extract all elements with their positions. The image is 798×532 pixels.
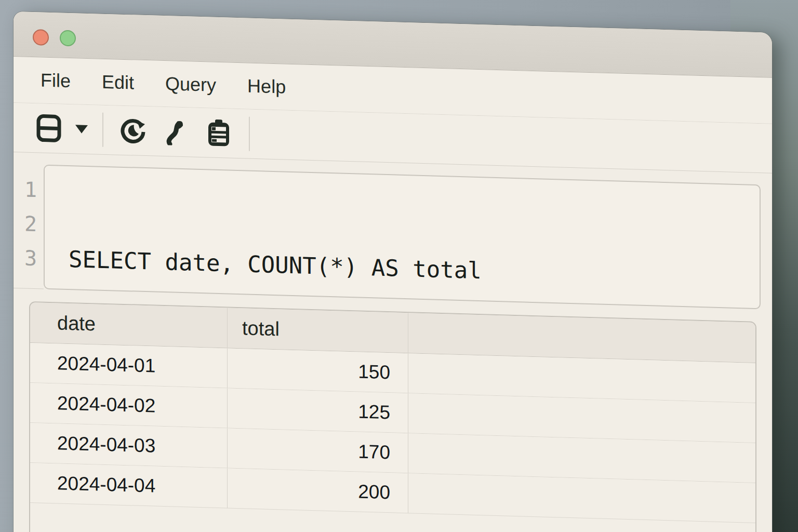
table-cell-total[interactable]: 200 (228, 469, 408, 514)
table-cell-total[interactable]: 150 (228, 349, 408, 394)
run-query-icon[interactable] (120, 117, 146, 144)
line-number-gutter: 1 2 3 (14, 164, 44, 289)
menu-query[interactable]: Query (165, 73, 216, 96)
menu-edit[interactable]: Edit (102, 71, 134, 94)
results-panel: date total 2024-04-01 150 2024-04-02 125… (29, 301, 756, 532)
line-number: 3 (14, 241, 37, 275)
sql-editor: 1 2 3 SELECT date, COUNT(*) AS total FRO… (14, 164, 772, 310)
results-report-icon[interactable] (206, 118, 231, 148)
sql-client-window: File Edit Query Help (14, 11, 772, 532)
results-table: date total 2024-04-01 150 2024-04-02 125… (30, 302, 755, 523)
format-icon[interactable] (165, 118, 187, 145)
table-cell-date[interactable]: 2024-04-04 (30, 463, 228, 509)
database-icon[interactable] (36, 114, 61, 142)
caret-down-icon[interactable] (75, 125, 88, 134)
column-header-date[interactable]: date (30, 302, 228, 349)
minimize-button[interactable] (60, 30, 76, 46)
column-header-total[interactable]: total (228, 308, 408, 354)
table-cell-date[interactable]: 2024-04-01 (30, 343, 228, 389)
table-cell-date[interactable]: 2024-04-03 (30, 423, 228, 469)
toolbar-separator (249, 117, 250, 151)
table-cell-total[interactable]: 170 (228, 429, 408, 474)
sql-line: SELECT date, COUNT(*) AS total (69, 242, 749, 296)
line-number: 2 (14, 206, 37, 241)
sql-code-area[interactable]: SELECT date, COUNT(*) AS total FROM sale… (44, 165, 761, 310)
line-number: 1 (14, 172, 37, 207)
table-cell-date[interactable]: 2024-04-02 (30, 383, 228, 429)
menu-file[interactable]: File (41, 69, 71, 92)
close-button[interactable] (33, 29, 49, 46)
table-cell-total[interactable]: 125 (228, 389, 408, 434)
menu-help[interactable]: Help (247, 75, 286, 98)
toolbar-separator (102, 113, 103, 147)
